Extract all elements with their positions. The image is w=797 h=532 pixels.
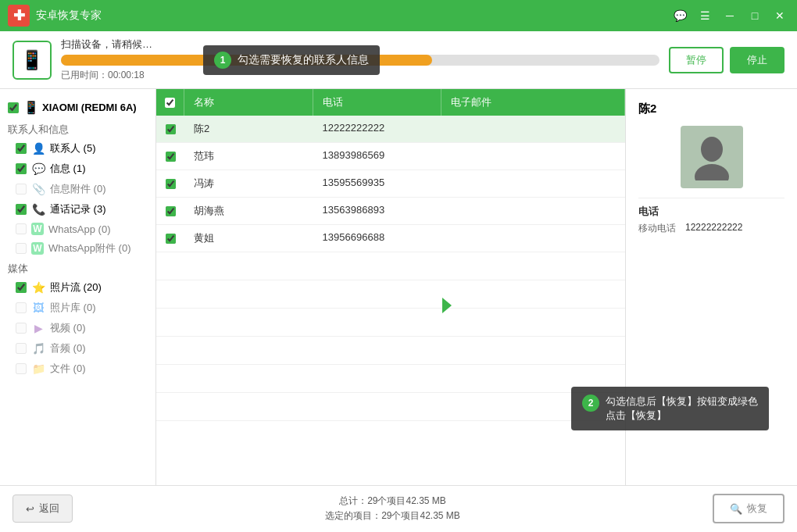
audio-checkbox[interactable] bbox=[16, 343, 27, 354]
sidebar-item-contacts[interactable]: 👤 联系人 (5) bbox=[0, 138, 155, 159]
sidebar-item-messages[interactable]: 💬 信息 (1) bbox=[0, 159, 155, 179]
row-email-4 bbox=[441, 198, 625, 224]
device-item[interactable]: 📱 XIAOMI (REDMI 6A) bbox=[0, 95, 155, 120]
photos-checkbox[interactable] bbox=[16, 282, 27, 293]
detail-phone-label: 移动电话 bbox=[638, 222, 685, 235]
row-name-4: 胡海燕 bbox=[184, 198, 313, 224]
call-log-icon: 📞 bbox=[31, 202, 45, 216]
row-checkbox-2[interactable] bbox=[156, 143, 184, 170]
messages-label: 信息 (1) bbox=[50, 162, 86, 176]
row-name-3: 冯涛 bbox=[184, 170, 313, 197]
sidebar-item-call-log[interactable]: 📞 通话记录 (3) bbox=[0, 199, 155, 220]
table-row-empty bbox=[156, 393, 625, 421]
video-label: 视频 (0) bbox=[50, 321, 86, 335]
photo-lib-label: 照片库 (0) bbox=[50, 301, 96, 315]
header-email: 电子邮件 bbox=[441, 89, 625, 116]
svg-point-2 bbox=[695, 164, 729, 180]
close-icon[interactable]: ✕ bbox=[770, 6, 789, 25]
sidebar-item-audio[interactable]: 🎵 音频 (0) bbox=[0, 338, 155, 359]
message-icon[interactable]: 💬 bbox=[670, 6, 689, 25]
table-row[interactable]: 冯涛 13595569935 bbox=[156, 170, 625, 198]
maximize-icon[interactable]: □ bbox=[745, 6, 764, 25]
photo-lib-checkbox[interactable] bbox=[16, 302, 27, 313]
video-checkbox[interactable] bbox=[16, 323, 27, 334]
sidebar-item-whatsapp-attach[interactable]: W WhatsApp附件 (0) bbox=[0, 238, 155, 259]
sidebar-item-files[interactable]: 📁 文件 (0) bbox=[0, 359, 155, 379]
media-section-title: 媒体 bbox=[0, 259, 155, 277]
pause-button[interactable]: 暂停 bbox=[669, 47, 724, 73]
whatsapp-icon: W bbox=[31, 223, 44, 235]
row-email-3 bbox=[441, 170, 625, 197]
contacts-checkbox[interactable] bbox=[16, 143, 27, 154]
sidebar-item-whatsapp[interactable]: W WhatsApp (0) bbox=[0, 220, 155, 238]
row-checkbox-5[interactable] bbox=[156, 225, 184, 252]
sidebar-item-video[interactable]: ▶ 视频 (0) bbox=[0, 318, 155, 338]
row-checkbox-1[interactable] bbox=[156, 116, 184, 142]
row-phone-1: 12222222222 bbox=[313, 116, 442, 142]
files-label: 文件 (0) bbox=[50, 362, 86, 376]
video-icon: ▶ bbox=[31, 321, 45, 335]
row-email-1 bbox=[441, 116, 625, 142]
table-area: 名称 电话 电子邮件 陈2 12222222222 范玮 13893986569 bbox=[156, 89, 625, 485]
contact-avatar bbox=[681, 126, 743, 188]
scroll-right-arrow[interactable] bbox=[441, 296, 453, 318]
header-phone: 电话 bbox=[313, 89, 442, 116]
whatsapp-attach-label: WhatsApp附件 (0) bbox=[48, 241, 130, 255]
back-button[interactable]: ↩ 返回 bbox=[13, 495, 73, 523]
whatsapp-checkbox[interactable] bbox=[16, 223, 27, 234]
detail-phone-section: 电话 bbox=[638, 198, 784, 219]
table-body: 陈2 12222222222 范玮 13893986569 冯涛 1359556… bbox=[156, 116, 625, 485]
msg-attach-checkbox[interactable] bbox=[16, 184, 27, 195]
row-name-5: 黄姐 bbox=[184, 225, 313, 252]
contacts-label: 联系人 (5) bbox=[50, 141, 96, 155]
contacts-section-title: 联系人和信息 bbox=[0, 120, 155, 138]
device-checkbox[interactable] bbox=[8, 102, 19, 113]
whatsapp-attach-checkbox[interactable] bbox=[16, 243, 27, 254]
whatsapp-label: WhatsApp (0) bbox=[48, 223, 110, 235]
svg-point-1 bbox=[701, 137, 723, 162]
table-header: 名称 电话 电子邮件 bbox=[156, 89, 625, 116]
audio-icon: 🎵 bbox=[31, 341, 45, 355]
table-row-empty bbox=[156, 280, 625, 309]
footer-stats: 总计：29个项目42.35 MB 选定的项目：29个项目42.35 MB bbox=[73, 494, 713, 523]
recover-button[interactable]: 🔍 恢复 bbox=[713, 494, 784, 523]
row-phone-5: 13956696688 bbox=[313, 225, 442, 252]
select-all-checkbox[interactable] bbox=[165, 98, 175, 108]
scanbar: 📱 扫描设备，请稍候… 62% 已用时间：00:00:18 1 勾选需要恢复的联… bbox=[0, 31, 797, 89]
table-row-empty bbox=[156, 337, 625, 365]
contacts-icon: 👤 bbox=[31, 141, 45, 155]
menu-icon[interactable]: ☰ bbox=[695, 6, 714, 25]
sidebar-item-msg-attachment[interactable]: 📎 信息附件 (0) bbox=[0, 179, 155, 199]
files-checkbox[interactable] bbox=[16, 363, 27, 374]
device-name: XIAOMI (REDMI 6A) bbox=[42, 102, 137, 113]
row-name-2: 范玮 bbox=[184, 143, 313, 170]
call-log-label: 通话记录 (3) bbox=[50, 202, 106, 216]
table-row[interactable]: 黄姐 13956696688 bbox=[156, 225, 625, 252]
sidebar-item-photos[interactable]: ⭐ 照片流 (20) bbox=[0, 277, 155, 298]
main-content: 📱 XIAOMI (REDMI 6A) 联系人和信息 👤 联系人 (5) 💬 信… bbox=[0, 89, 797, 485]
row-checkbox-3[interactable] bbox=[156, 170, 184, 197]
stop-button[interactable]: 停止 bbox=[730, 47, 784, 73]
row-phone-3: 13595569935 bbox=[313, 170, 442, 197]
call-log-checkbox[interactable] bbox=[16, 204, 27, 215]
sidebar-item-photo-lib[interactable]: 🖼 照片库 (0) bbox=[0, 298, 155, 318]
table-row[interactable]: 范玮 13893986569 bbox=[156, 143, 625, 170]
svg-marker-0 bbox=[442, 298, 452, 313]
step-2-badge: 2 bbox=[582, 395, 599, 412]
row-checkbox-4[interactable] bbox=[156, 198, 184, 224]
whatsapp-attach-icon: W bbox=[31, 242, 44, 255]
minimize-icon[interactable]: ─ bbox=[720, 6, 739, 25]
detail-phone-row: 移动电话 12222222222 bbox=[638, 222, 784, 235]
step-1-badge: 1 bbox=[214, 52, 231, 69]
tooltip-1: 1 勾选需要恢复的联系人信息 bbox=[203, 45, 380, 75]
footer: ↩ 返回 总计：29个项目42.35 MB 选定的项目：29个项目42.35 M… bbox=[0, 485, 797, 532]
table-row[interactable]: 陈2 12222222222 bbox=[156, 116, 625, 143]
titlebar: ✚ 安卓恢复专家 💬 ☰ ─ □ ✕ bbox=[0, 0, 797, 31]
recover-icon: 🔍 bbox=[730, 503, 742, 515]
scan-buttons: 暂停 停止 bbox=[669, 47, 784, 73]
table-row-empty bbox=[156, 252, 625, 280]
msg-attach-label: 信息附件 (0) bbox=[50, 182, 106, 196]
table-row[interactable]: 胡海燕 13563986893 bbox=[156, 198, 625, 225]
messages-checkbox[interactable] bbox=[16, 163, 27, 174]
photos-label: 照片流 (20) bbox=[50, 280, 102, 295]
